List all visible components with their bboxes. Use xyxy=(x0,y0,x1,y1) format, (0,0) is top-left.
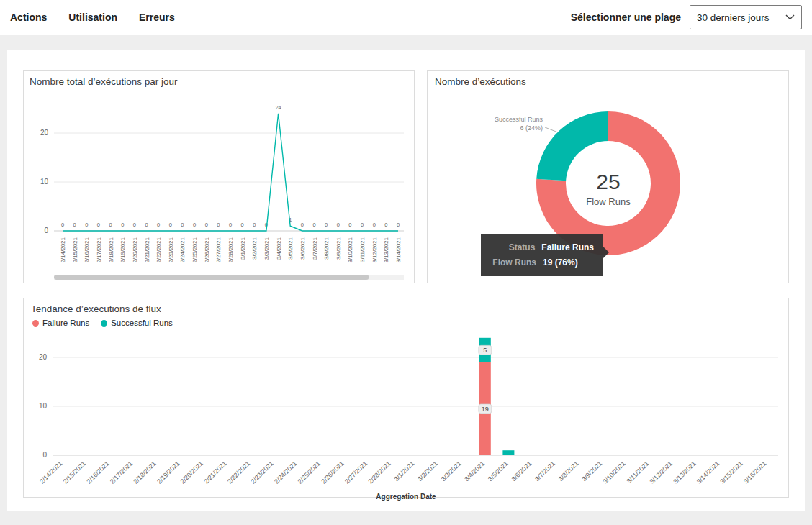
svg-text:3/8/2021: 3/8/2021 xyxy=(323,237,330,260)
tab-utilisation[interactable]: Utilisation xyxy=(68,9,117,26)
svg-text:3/12/2021: 3/12/2021 xyxy=(649,460,674,485)
svg-text:0: 0 xyxy=(397,222,400,228)
svg-text:3/12/2021: 3/12/2021 xyxy=(371,237,378,262)
svg-text:2/21/2021: 2/21/2021 xyxy=(144,237,150,262)
svg-text:20: 20 xyxy=(40,129,49,137)
svg-text:0: 0 xyxy=(241,222,244,228)
svg-text:2/24/2021: 2/24/2021 xyxy=(179,237,186,262)
svg-text:3/4/2021: 3/4/2021 xyxy=(463,460,486,483)
svg-text:0: 0 xyxy=(373,222,376,228)
svg-text:2/17/2021: 2/17/2021 xyxy=(109,460,134,485)
svg-text:3/9/2021: 3/9/2021 xyxy=(580,460,603,483)
x-axis-title: Aggregation Date xyxy=(31,493,781,502)
svg-text:2/26/2021: 2/26/2021 xyxy=(204,237,210,262)
svg-text:2/25/2021: 2/25/2021 xyxy=(297,460,322,485)
svg-text:2/24/2021: 2/24/2021 xyxy=(273,460,298,485)
svg-text:2/27/2021: 2/27/2021 xyxy=(343,460,369,485)
svg-text:2/15/2021: 2/15/2021 xyxy=(72,237,78,262)
svg-text:0: 0 xyxy=(44,227,48,234)
legend-dot-success xyxy=(101,320,107,327)
svg-text:Successful Runs: Successful Runs xyxy=(495,116,543,123)
svg-text:3/15/2021: 3/15/2021 xyxy=(718,460,744,485)
svg-text:0: 0 xyxy=(205,222,208,228)
dashboard-card: Nombre total d’exécutions par jour 01020… xyxy=(7,50,805,511)
legend-item-successful-runs[interactable]: Successful Runs xyxy=(101,319,173,327)
svg-text:3/5/2021: 3/5/2021 xyxy=(287,237,294,260)
svg-text:2/20/2021: 2/20/2021 xyxy=(132,237,138,262)
tooltip-value: 19 (76%) xyxy=(543,257,578,268)
bar-chart-title: Tendance d’exécutions de flux xyxy=(31,303,781,316)
svg-text:2/28/2021: 2/28/2021 xyxy=(227,237,234,262)
range-selector-label: Sélectionner une plage xyxy=(571,12,681,23)
chart-scrollbar-thumb[interactable] xyxy=(54,275,369,280)
svg-text:0: 0 xyxy=(193,222,196,228)
svg-text:0: 0 xyxy=(337,222,340,228)
svg-text:0: 0 xyxy=(61,222,64,228)
svg-text:2/16/2021: 2/16/2021 xyxy=(85,460,110,485)
svg-text:3/1/2021: 3/1/2021 xyxy=(393,460,416,483)
svg-text:0: 0 xyxy=(145,222,148,228)
svg-text:2/14/2021: 2/14/2021 xyxy=(38,460,63,485)
top-navigation-bar: Actions Utilisation Erreurs Sélectionner… xyxy=(0,0,812,35)
svg-text:3/7/2021: 3/7/2021 xyxy=(312,237,318,260)
svg-text:2/26/2021: 2/26/2021 xyxy=(320,460,345,485)
legend-label: Successful Runs xyxy=(111,319,173,327)
svg-text:6 (24%): 6 (24%) xyxy=(520,124,543,132)
svg-text:0: 0 xyxy=(361,222,364,228)
svg-text:3/4/2021: 3/4/2021 xyxy=(276,237,282,260)
tooltip-label: Status xyxy=(490,242,535,252)
svg-text:0: 0 xyxy=(85,222,88,228)
svg-text:3/3/2021: 3/3/2021 xyxy=(440,460,463,483)
svg-text:0: 0 xyxy=(181,222,184,228)
tooltip: Status Failure Runs Flow Runs 19 (76%) xyxy=(481,234,603,276)
svg-text:2/20/2021: 2/20/2021 xyxy=(179,460,204,485)
svg-text:0: 0 xyxy=(121,222,124,228)
tab-erreurs[interactable]: Erreurs xyxy=(139,9,175,26)
svg-text:3/5/2021: 3/5/2021 xyxy=(487,460,510,483)
tooltip-value: Failure Runs xyxy=(541,242,594,252)
svg-text:0: 0 xyxy=(253,222,256,228)
range-dropdown[interactable]: 30 derniers jours xyxy=(690,5,802,29)
svg-text:2/23/2021: 2/23/2021 xyxy=(168,237,174,262)
legend-dot-failure xyxy=(32,320,39,327)
svg-text:3/14/2021: 3/14/2021 xyxy=(695,460,721,485)
svg-text:19: 19 xyxy=(482,406,489,413)
svg-text:2/22/2021: 2/22/2021 xyxy=(226,460,251,485)
range-dropdown-value: 30 derniers jours xyxy=(697,12,770,23)
svg-text:Flow Runs: Flow Runs xyxy=(586,196,631,207)
svg-text:3/7/2021: 3/7/2021 xyxy=(533,460,556,483)
svg-text:3/8/2021: 3/8/2021 xyxy=(557,460,580,483)
svg-text:2/28/2021: 2/28/2021 xyxy=(366,460,392,485)
svg-text:3/1/2021: 3/1/2021 xyxy=(240,237,246,260)
legend-label: Failure Runs xyxy=(42,319,89,327)
svg-text:0: 0 xyxy=(109,222,112,228)
svg-text:25: 25 xyxy=(596,170,620,193)
svg-text:2/19/2021: 2/19/2021 xyxy=(119,237,126,262)
svg-text:2/18/2021: 2/18/2021 xyxy=(108,237,114,262)
svg-text:0: 0 xyxy=(312,222,315,228)
legend-item-failure-runs[interactable]: Failure Runs xyxy=(32,319,89,327)
svg-text:0: 0 xyxy=(217,222,220,228)
svg-text:3/6/2021: 3/6/2021 xyxy=(510,460,533,483)
svg-text:2/27/2021: 2/27/2021 xyxy=(215,237,222,262)
line-chart-canvas[interactable]: 0102002/14/202102/15/202102/16/202102/17… xyxy=(30,88,410,284)
svg-text:3/3/2021: 3/3/2021 xyxy=(263,237,270,260)
svg-text:3/16/2021: 3/16/2021 xyxy=(742,460,767,485)
tooltip-row: Status Failure Runs xyxy=(490,242,594,252)
svg-text:0: 0 xyxy=(348,222,351,228)
tooltip-label: Flow Runs xyxy=(490,257,536,268)
svg-text:2/22/2021: 2/22/2021 xyxy=(155,237,162,262)
tab-actions[interactable]: Actions xyxy=(10,9,47,26)
svg-text:0: 0 xyxy=(301,222,304,228)
svg-text:24: 24 xyxy=(275,104,281,111)
line-chart-title: Nombre total d’exécutions par jour xyxy=(30,76,408,88)
bar-segment[interactable] xyxy=(502,450,514,455)
svg-text:2/17/2021: 2/17/2021 xyxy=(96,237,102,262)
svg-text:0: 0 xyxy=(325,222,328,228)
svg-text:0: 0 xyxy=(73,222,76,228)
svg-text:2/21/2021: 2/21/2021 xyxy=(202,460,227,485)
chevron-down-icon xyxy=(785,14,795,20)
bar-chart-canvas[interactable]: 010202/14/20212/15/20212/16/20212/17/202… xyxy=(31,330,782,490)
svg-text:2/23/2021: 2/23/2021 xyxy=(249,460,274,485)
svg-text:0: 0 xyxy=(169,222,172,228)
